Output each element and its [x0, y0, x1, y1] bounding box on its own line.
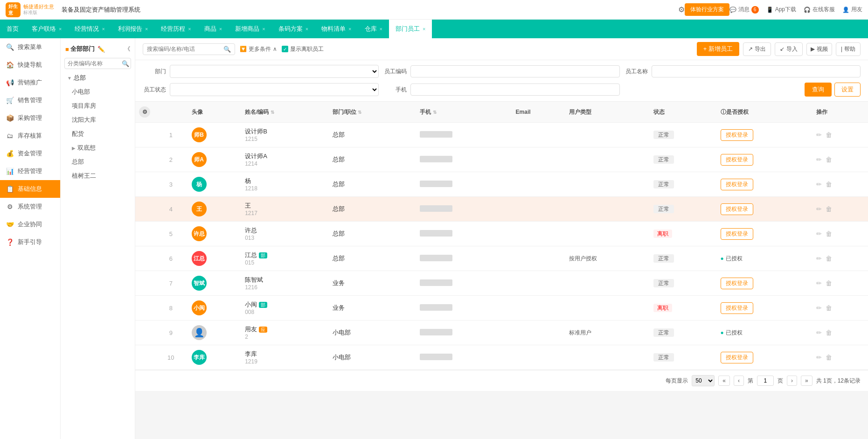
next-page-button[interactable]: ›: [787, 376, 797, 386]
delete-icon[interactable]: 🗑: [826, 255, 832, 262]
edit-icon[interactable]: ✏: [816, 156, 822, 163]
close-icon[interactable]: ×: [145, 26, 148, 32]
sidebar-item-search[interactable]: 🔍 搜索菜单: [0, 38, 60, 56]
tab-operations[interactable]: 经营情况×: [68, 20, 111, 38]
auth-button[interactable]: 授权登录: [721, 228, 753, 240]
edit-icon[interactable]: ✏: [816, 131, 822, 139]
delete-icon[interactable]: 🗑: [826, 279, 832, 287]
search-icon[interactable]: 🔍: [223, 46, 231, 53]
dept-item-zongbu2[interactable]: 总部: [61, 155, 135, 169]
dept-item-delivery[interactable]: 配货: [61, 127, 135, 141]
delete-icon[interactable]: 🗑: [826, 131, 832, 139]
set-button[interactable]: 设置: [834, 83, 861, 97]
add-employee-button[interactable]: + 新增员工: [697, 42, 739, 56]
trial-button[interactable]: 体验行业方案: [685, 3, 729, 16]
tab-barcode[interactable]: 条码方案×: [272, 20, 315, 38]
import-button[interactable]: ↙ 导入: [775, 42, 803, 56]
dept-search-input[interactable]: [64, 58, 131, 69]
search-input[interactable]: [147, 46, 222, 52]
tab-profit[interactable]: 利润报告×: [111, 20, 154, 38]
search-button[interactable]: 查询: [805, 83, 832, 97]
show-resigned-checkbox[interactable]: ✓ 显示离职员工: [282, 45, 324, 53]
edit-icon[interactable]: ✏: [816, 329, 822, 336]
edit-icon[interactable]: ✏: [816, 181, 822, 188]
emp-code-input[interactable]: [410, 65, 619, 77]
prev-page-button[interactable]: ‹: [734, 376, 744, 386]
tab-goods[interactable]: 商品×: [198, 20, 229, 38]
app-download-button[interactable]: 📱 App下载: [766, 6, 796, 14]
auth-button[interactable]: 授权登录: [721, 154, 753, 166]
export-button[interactable]: ↗ 导出: [743, 42, 771, 56]
edit-icon[interactable]: ✏: [816, 304, 822, 312]
delete-icon[interactable]: 🗑: [826, 181, 832, 188]
tab-home[interactable]: 首页: [0, 20, 25, 38]
sidebar-item-shortcut[interactable]: 🏠 快捷导航: [0, 56, 60, 74]
dept-item-zongbu[interactable]: ▼ 总部: [61, 71, 135, 85]
more-conditions-button[interactable]: 🔽 更多条件 ∧: [240, 45, 277, 53]
auth-button[interactable]: 授权登录: [721, 203, 753, 215]
edit-icon[interactable]: ✏️: [97, 46, 105, 53]
tab-add-goods[interactable]: 新增商品×: [229, 20, 271, 38]
phone-input[interactable]: [410, 84, 619, 96]
delete-icon[interactable]: 🗑: [826, 329, 832, 336]
close-icon[interactable]: ×: [306, 26, 308, 32]
delete-icon[interactable]: 🗑: [826, 156, 832, 163]
emp-status-select[interactable]: [170, 83, 379, 96]
sidebar-item-sales[interactable]: 🛒 销售管理: [0, 91, 60, 109]
close-icon[interactable]: ×: [102, 26, 104, 32]
close-icon[interactable]: ×: [59, 26, 62, 32]
auth-button[interactable]: 授权登录: [721, 352, 753, 363]
close-icon[interactable]: ×: [348, 26, 351, 32]
tab-warehouse[interactable]: 仓库×: [358, 20, 389, 38]
sidebar-item-guide[interactable]: ❓ 新手引导: [0, 233, 60, 251]
close-icon[interactable]: ×: [380, 26, 382, 32]
collapse-button[interactable]: 《: [125, 45, 130, 53]
auth-button[interactable]: 授权登录: [721, 302, 753, 314]
auth-button[interactable]: 授权登录: [721, 179, 753, 190]
edit-icon[interactable]: ✏: [816, 230, 822, 237]
sidebar-item-operations[interactable]: 📊 经营管理: [0, 162, 60, 180]
edit-icon[interactable]: ✏: [816, 354, 822, 361]
tab-customer[interactable]: 客户联络×: [25, 20, 68, 38]
online-service-button[interactable]: 🎧 在线客服: [804, 6, 835, 14]
column-settings-icon[interactable]: ⚙: [139, 106, 150, 118]
close-icon[interactable]: ×: [219, 26, 222, 32]
sidebar-item-purchase[interactable]: 📦 采购管理: [0, 109, 60, 127]
dept-filter-select[interactable]: [170, 65, 379, 78]
close-icon[interactable]: ×: [423, 26, 425, 32]
edit-icon[interactable]: ✏: [816, 205, 822, 213]
sidebar-item-finance[interactable]: 💰 资金管理: [0, 145, 60, 162]
view-button[interactable]: ▶ 视频: [806, 43, 832, 56]
col-name-code[interactable]: 姓名/编码 ⇅: [241, 102, 329, 123]
col-dept[interactable]: 部门/职位 ⇅: [329, 102, 417, 123]
gear-button[interactable]: ⚙: [678, 5, 685, 14]
user-menu[interactable]: 👤 用友: [842, 6, 862, 14]
dept-item-project-warehouse[interactable]: 项目库房: [61, 99, 135, 113]
help-button[interactable]: | 帮助: [836, 42, 861, 56]
edit-icon[interactable]: ✏: [816, 255, 822, 262]
col-settings[interactable]: ⚙: [135, 102, 154, 123]
sidebar-item-system[interactable]: ⚙ 系统管理: [0, 198, 60, 216]
delete-icon[interactable]: 🗑: [826, 354, 832, 361]
edit-icon[interactable]: ✏: [816, 279, 822, 287]
tab-employees[interactable]: 部门员工×: [389, 20, 432, 38]
per-page-select[interactable]: 50 20 100: [692, 375, 715, 386]
sidebar-item-enterprise[interactable]: 🤝 企业协同: [0, 216, 60, 233]
tab-bom[interactable]: 物料清单×: [315, 20, 358, 38]
dept-item-shuangdi[interactable]: ▶ 双底想: [61, 141, 135, 155]
close-icon[interactable]: ×: [188, 26, 191, 32]
delete-icon[interactable]: 🗑: [826, 205, 832, 213]
sidebar-item-marketing[interactable]: 📢 营销推广: [0, 74, 60, 91]
delete-icon[interactable]: 🗑: [826, 304, 832, 312]
first-page-button[interactable]: «: [718, 376, 730, 386]
emp-name-input[interactable]: [652, 65, 861, 77]
auth-button[interactable]: 授权登录: [721, 129, 753, 141]
page-number-input[interactable]: [757, 376, 774, 386]
dept-item-xiao-dian[interactable]: 小电部: [61, 85, 135, 99]
auth-button[interactable]: 授权登录: [721, 278, 753, 289]
close-icon[interactable]: ×: [262, 26, 265, 32]
sidebar-item-basic-info[interactable]: 📋 基础信息: [0, 180, 60, 198]
dept-item-shenyang[interactable]: 沈阳大库: [61, 113, 135, 127]
tab-history[interactable]: 经营历程×: [154, 20, 197, 38]
last-page-button[interactable]: »: [801, 376, 812, 386]
